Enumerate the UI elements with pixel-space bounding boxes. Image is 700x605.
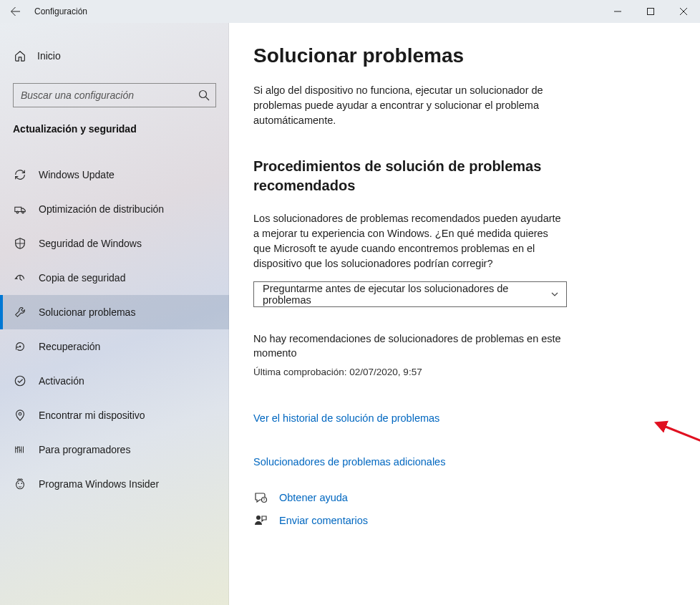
- svg-point-4: [22, 211, 24, 213]
- additional-troubleshooters-link[interactable]: Solucionadores de problemas adicionales: [253, 456, 445, 468]
- sidebar-item-delivery-optimization[interactable]: Optimización de distribución: [0, 192, 229, 226]
- delivery-icon: [13, 202, 27, 216]
- sidebar-item-troubleshoot[interactable]: Solucionar problemas: [0, 295, 229, 329]
- svg-line-14: [662, 425, 700, 474]
- sidebar-item-label: Programa Windows Insider: [39, 478, 159, 490]
- svg-point-1: [200, 91, 207, 98]
- close-button[interactable]: [667, 0, 700, 23]
- svg-text:?: ?: [263, 498, 266, 502]
- developers-icon: [13, 442, 27, 457]
- sidebar-item-label: Copia de seguridad: [39, 272, 125, 284]
- sidebar-item-label: Encontrar mi dispositivo: [39, 410, 145, 421]
- sidebar-item-backup[interactable]: Copia de seguridad: [0, 261, 229, 295]
- back-button[interactable]: [0, 0, 31, 23]
- search-input[interactable]: [21, 89, 198, 101]
- sidebar-item-label: Windows Update: [39, 169, 115, 180]
- sidebar-item-activation[interactable]: Activación: [0, 364, 229, 398]
- window-title: Configuración: [31, 6, 87, 16]
- sidebar-item-label: Solucionar problemas: [39, 306, 135, 318]
- sidebar: Inicio Actualización y seguridad Windows…: [0, 23, 229, 605]
- page-title: Solucionar problemas: [253, 44, 676, 67]
- sidebar-item-label: Activación: [39, 375, 84, 387]
- get-help-icon: ?: [253, 490, 268, 505]
- select-value: Preguntarme antes de ejecutar los soluci…: [263, 283, 550, 306]
- send-feedback-link: Enviar comentarios: [279, 515, 368, 526]
- svg-point-13: [256, 516, 261, 520]
- minimize-button[interactable]: [601, 0, 634, 23]
- sidebar-item-find-my-device[interactable]: Encontrar mi dispositivo: [0, 398, 229, 432]
- shield-icon: [13, 236, 27, 251]
- home-label: Inicio: [37, 50, 61, 62]
- back-arrow-icon: [10, 6, 21, 17]
- category-title: Actualización y seguridad: [0, 123, 229, 135]
- feedback-icon: [253, 513, 268, 528]
- sidebar-item-for-developers[interactable]: Para programadores: [0, 432, 229, 467]
- svg-point-7: [19, 412, 21, 415]
- sidebar-item-windows-insider[interactable]: Programa Windows Insider: [0, 467, 229, 501]
- troubleshoot-mode-select[interactable]: Preguntarme antes de ejecutar los soluci…: [253, 281, 567, 307]
- close-icon: [680, 8, 687, 15]
- view-history-link[interactable]: Ver el historial de solución de problema…: [253, 412, 439, 424]
- sidebar-item-windows-update[interactable]: Windows Update: [0, 158, 229, 192]
- get-help-row[interactable]: ? Obtener ayuda: [253, 490, 676, 505]
- page-lead: Si algo del dispositivo no funciona, eje…: [253, 83, 561, 128]
- svg-rect-2: [15, 207, 21, 211]
- sidebar-item-recovery[interactable]: Recuperación: [0, 329, 229, 364]
- backup-icon: [13, 271, 27, 285]
- svg-point-3: [16, 211, 19, 213]
- svg-rect-0: [648, 9, 654, 15]
- search-icon: [198, 89, 210, 101]
- search-box[interactable]: [13, 83, 216, 107]
- insider-icon: [13, 477, 27, 491]
- wrench-icon: [13, 305, 27, 319]
- sidebar-item-label: Para programadores: [39, 444, 130, 455]
- sync-icon: [13, 168, 27, 182]
- svg-point-6: [15, 376, 25, 386]
- svg-point-8: [16, 480, 24, 489]
- main-content: Solucionar problemas Si algo del disposi…: [229, 23, 700, 605]
- activation-icon: [13, 374, 27, 388]
- svg-point-5: [19, 346, 21, 348]
- minimize-icon: [614, 8, 621, 15]
- home-button[interactable]: Inicio: [0, 42, 229, 70]
- section-heading: Procedimientos de solución de problemas …: [253, 157, 561, 195]
- settings-window: Configuración Inicio Actualización y seg…: [0, 0, 700, 605]
- annotation-arrow: [651, 418, 700, 490]
- window-controls: [601, 0, 700, 23]
- no-recommendations-text: No hay recomendaciones de solucionadores…: [253, 331, 561, 361]
- sidebar-nav: Windows Update Optimización de distribuc…: [0, 158, 229, 501]
- chevron-down-icon: [550, 290, 559, 299]
- sidebar-item-label: Seguridad de Windows: [39, 238, 142, 249]
- maximize-icon: [647, 8, 654, 15]
- send-feedback-row[interactable]: Enviar comentarios: [253, 513, 676, 528]
- section-body: Los solucionadores de problemas recomend…: [253, 211, 568, 271]
- location-icon: [13, 408, 27, 422]
- titlebar: Configuración: [0, 0, 700, 23]
- sidebar-item-label: Recuperación: [39, 341, 100, 352]
- get-help-link: Obtener ayuda: [279, 492, 348, 503]
- sidebar-item-windows-security[interactable]: Seguridad de Windows: [0, 226, 229, 261]
- window-body: Inicio Actualización y seguridad Windows…: [0, 23, 700, 605]
- svg-point-9: [18, 483, 19, 484]
- recovery-icon: [13, 339, 27, 354]
- maximize-button[interactable]: [634, 0, 667, 23]
- svg-point-10: [21, 483, 22, 484]
- home-icon: [13, 49, 27, 63]
- sidebar-item-label: Optimización de distribución: [39, 203, 164, 215]
- last-check-text: Última comprobación: 02/07/2020, 9:57: [253, 367, 676, 377]
